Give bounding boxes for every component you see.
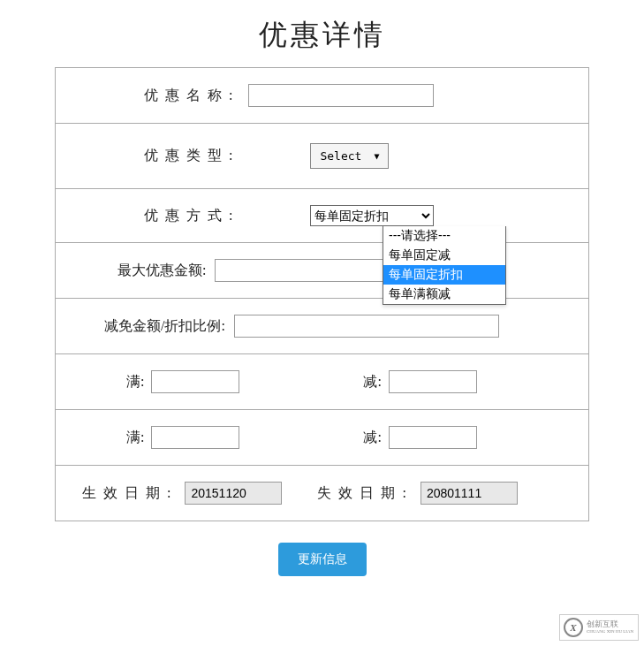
- row-dates: 生效日期: 失效日期:: [56, 466, 588, 521]
- label-minus-2: 减:: [363, 429, 381, 447]
- label-minus-1: 减:: [363, 373, 381, 391]
- label-full-1: 满:: [126, 373, 144, 391]
- select-promo-type[interactable]: Select ▼: [310, 143, 389, 169]
- row-promo-method: 优惠方式: 每单固定折扣 ---请选择--- 每单固定减 每单固定折扣 每单满额…: [56, 189, 588, 243]
- label-expire-date: 失效日期:: [317, 484, 413, 503]
- input-minus-1[interactable]: [389, 370, 477, 393]
- watermark-brand: 创新互联: [587, 620, 633, 629]
- select-promo-method[interactable]: 每单固定折扣: [310, 205, 434, 226]
- label-max-amount: 最大优惠金额:: [117, 262, 206, 280]
- page-title: 优惠详情: [0, 0, 644, 67]
- input-minus-2[interactable]: [389, 426, 477, 449]
- watermark: X 创新互联 CHUANG XIN HU LIAN: [559, 614, 639, 641]
- dropdown-promo-method: ---请选择--- 每单固定减 每单固定折扣 每单满额减: [383, 226, 506, 305]
- row-promo-name: 优惠名称:: [56, 68, 588, 124]
- update-button[interactable]: 更新信息: [278, 543, 367, 576]
- label-promo-type: 优惠类型:: [144, 147, 239, 165]
- input-effective-date[interactable]: [185, 482, 282, 505]
- submit-area: 更新信息: [0, 521, 644, 597]
- dropdown-option-placeholder[interactable]: ---请选择---: [383, 226, 505, 246]
- label-full-2: 满:: [126, 429, 144, 447]
- label-promo-name: 优惠名称:: [144, 87, 239, 105]
- dropdown-option-fixed-discount[interactable]: 每单固定折扣: [383, 265, 505, 285]
- chevron-down-icon: ▼: [374, 151, 379, 161]
- label-effective-date: 生效日期:: [82, 484, 178, 503]
- row-promo-type: 优惠类型: Select ▼: [56, 124, 588, 189]
- input-expire-date[interactable]: [420, 482, 518, 505]
- row-full-minus-1: 满: 减:: [56, 354, 588, 410]
- label-promo-method: 优惠方式:: [144, 207, 239, 225]
- select-promo-type-text: Select: [320, 149, 361, 163]
- watermark-sub: CHUANG XIN HU LIAN: [587, 629, 633, 635]
- row-max-amount: 最大优惠金额:: [56, 243, 588, 299]
- input-full-1[interactable]: [151, 370, 239, 393]
- dropdown-option-full-minus[interactable]: 每单满额减: [383, 285, 505, 304]
- dropdown-option-fixed-minus[interactable]: 每单固定减: [383, 246, 505, 265]
- watermark-logo-icon: X: [564, 618, 583, 637]
- row-full-minus-2: 满: 减:: [56, 410, 588, 466]
- label-discount-ratio: 减免金额/折扣比例:: [104, 317, 225, 336]
- input-discount-ratio[interactable]: [234, 315, 499, 338]
- row-discount-ratio: 减免金额/折扣比例:: [56, 299, 588, 354]
- input-full-2[interactable]: [151, 426, 239, 449]
- form-container: 优惠名称: 优惠类型: Select ▼ 优惠方式: 每单固定折扣 ---请选择…: [55, 67, 589, 521]
- input-promo-name[interactable]: [248, 84, 434, 107]
